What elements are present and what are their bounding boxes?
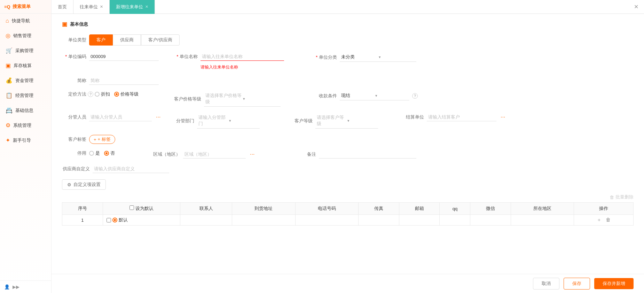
sidebar-item-finance[interactable]: 💰 资金管理 (0, 73, 51, 88)
row-short-name: 简称 (62, 76, 634, 85)
unit-name-input[interactable] (201, 52, 284, 61)
payment-terms-select[interactable]: 现结 ▾ (340, 91, 409, 100)
section-icon: ▣ (62, 21, 67, 27)
sidebar-item-system-mgmt[interactable]: ⚙ 系统管理 (0, 118, 51, 133)
sidebar-bottom-expand-icon[interactable]: ▶▶ (13, 284, 19, 290)
row-seq: 1 (62, 215, 103, 226)
custom-settings-label: 自定义项设置 (73, 181, 101, 188)
contacts-table: 序号 设为默认 联系人 到货地址 电话号码 传真 邮箱 qq 微信 所在地区 操… (62, 202, 634, 226)
sidebar-item-purchase-mgmt[interactable]: 🛒 采购管理 (0, 43, 51, 58)
row-customer-tag: 客户标签 + + 标签 (62, 135, 634, 144)
unit-category-value: 未分类 (341, 54, 377, 60)
row-default-radio[interactable]: 默认 (112, 217, 128, 223)
customer-tag-field: 客户标签 + + 标签 (62, 135, 634, 144)
disable-yes-circle (89, 151, 94, 156)
payment-help-icon[interactable]: ? (412, 93, 418, 99)
tab-contacts[interactable]: 往来单位 ✕ (73, 0, 110, 14)
row-add-btn[interactable]: ＋ (595, 217, 603, 222)
unit-name-field: 单位名称 请输入往来单位名称 (173, 52, 313, 70)
custom-settings-btn[interactable]: ⚙ 自定义项设置 (62, 179, 106, 190)
unit-code-input[interactable] (89, 52, 159, 61)
settlement-unit-dots-btn[interactable]: ··· (499, 114, 506, 120)
sidebar-label-new-guide: 新手引导 (13, 137, 31, 144)
select-all-checkbox[interactable] (129, 205, 134, 210)
close-all-tabs-btn[interactable]: ✕ (634, 3, 644, 10)
sidebar-item-inventory[interactable]: ▣ 库存核算 (0, 58, 51, 73)
sidebar-item-basic-info[interactable]: 📇 基础信息 (0, 103, 51, 118)
short-name-input[interactable] (89, 76, 159, 85)
search-menu-btn[interactable]: ≡Q 搜索菜单 (4, 3, 47, 10)
unit-type-both-btn[interactable]: 客户/供应商 (141, 34, 180, 46)
inventory-icon: ▣ (6, 62, 11, 69)
col-region: 所在地区 (511, 203, 574, 215)
chevron-down-icon3: ▾ (375, 93, 408, 98)
add-tag-btn[interactable]: + + 标签 (89, 135, 115, 144)
discount-radio-label: 折扣 (101, 91, 110, 97)
sidebar-item-quick-nav[interactable]: ⌂ 快捷导航 (0, 14, 51, 28)
tab-new-contact[interactable]: 新增往来单位 ✕ (110, 0, 155, 14)
row-region (511, 215, 574, 226)
level-radio-label: 价格等级 (120, 91, 139, 97)
manager-field: 分管人员 ··· (62, 113, 173, 121)
pricing-help-icon[interactable]: ? (88, 91, 93, 97)
home-icon: ⌂ (6, 18, 9, 24)
sidebar-search-area[interactable]: ≡Q 搜索菜单 (0, 0, 51, 14)
unit-category-select[interactable]: 未分类 ▾ (340, 52, 416, 62)
unit-type-group: 客户 供应商 客户/供应商 (89, 34, 180, 46)
row-default-radio-circle (112, 218, 117, 222)
tab-new-contact-close[interactable]: ✕ (145, 5, 148, 9)
pricing-discount-radio[interactable]: 折扣 (95, 91, 110, 97)
batch-delete-btn[interactable]: 🗑 批量删除 (62, 194, 634, 200)
tab-contacts-close[interactable]: ✕ (100, 5, 103, 9)
disable-no-radio[interactable]: 否 (104, 150, 115, 156)
customer-price-level-label: 客户价格等级 (173, 96, 201, 102)
remarks-input[interactable] (319, 150, 416, 158)
pricing-level-radio[interactable]: 价格等级 (114, 91, 139, 97)
ops-icon: 📋 (6, 92, 13, 99)
search-icon: ≡Q (4, 4, 10, 9)
remarks-field: 备注 (292, 150, 431, 158)
save-new-button[interactable]: 保存并新增 (594, 278, 634, 289)
tab-contacts-label: 往来单位 (80, 4, 98, 10)
sidebar-label-basic-info: 基础信息 (15, 107, 33, 114)
section-title-basic-info: ▣ 基本信息 (62, 21, 634, 27)
customer-level-field: 客户等级 请选择客户等级 ▾ (292, 113, 403, 129)
disable-yes-radio[interactable]: 是 (89, 150, 100, 156)
department-placeholder: 请输入分管部门 (198, 114, 228, 127)
customer-price-level-select[interactable]: 请选择客户价格等级 ▾ (204, 91, 281, 107)
row-wechat (470, 215, 511, 226)
department-select[interactable]: 请输入分管部门 ▾ (197, 113, 260, 129)
region-input[interactable] (183, 150, 246, 158)
disable-radio-group: 是 否 (89, 150, 115, 156)
col-wechat: 微信 (470, 203, 511, 215)
row-qq (440, 215, 470, 226)
supplier-custom-input[interactable] (93, 165, 169, 173)
tab-home[interactable]: 首页 (52, 0, 73, 14)
sidebar-item-sales-mgmt[interactable]: ◎ 销售管理 (0, 28, 51, 43)
cancel-button[interactable]: 取消 (533, 278, 559, 290)
sidebar-item-new-guide[interactable]: ✦ 新手引导 (0, 133, 51, 148)
region-dots-btn[interactable]: ··· (249, 151, 256, 157)
manager-input[interactable] (89, 113, 152, 121)
sales-icon: ◎ (6, 32, 10, 39)
row-checkbox[interactable] (107, 218, 111, 222)
unit-type-customer-btn[interactable]: 客户 (89, 34, 113, 46)
batch-delete-label: 批量删除 (615, 194, 634, 200)
payment-terms-label: 收款条件 (313, 93, 337, 99)
sidebar-item-ops-mgmt[interactable]: 📋 经营管理 (0, 88, 51, 103)
manager-dots-btn[interactable]: ··· (155, 114, 162, 120)
customer-tag-label: 客户标签 (62, 136, 86, 143)
settlement-unit-input[interactable] (427, 113, 496, 121)
department-label: 分管部门 (173, 118, 194, 124)
customer-level-select[interactable]: 请选择客户等级 ▾ (315, 113, 378, 129)
payment-terms-field: 收款条件 现结 ▾ ? (313, 91, 445, 100)
sidebar-label-purchase-mgmt: 采购管理 (15, 48, 33, 54)
disable-yes-label: 是 (95, 150, 100, 156)
unit-type-supplier-btn[interactable]: 供应商 (113, 34, 141, 46)
col-seq: 序号 (62, 203, 103, 215)
row-delete-btn[interactable]: 🗑 (604, 217, 612, 222)
sidebar-label-sales-mgmt: 销售管理 (13, 33, 31, 39)
save-button[interactable]: 保存 (564, 278, 590, 290)
unit-category-field: 单位分类 未分类 ▾ (313, 52, 445, 62)
row-phone (295, 215, 358, 226)
